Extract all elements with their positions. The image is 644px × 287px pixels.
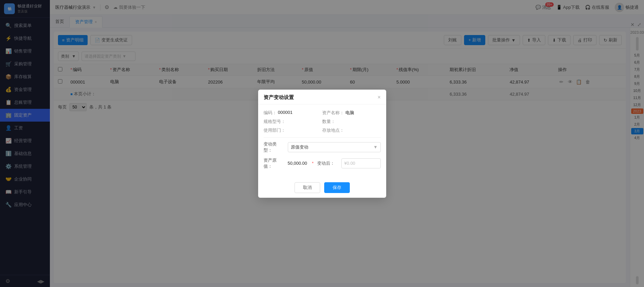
modal-location-field: 存放地点： bbox=[322, 127, 381, 133]
modal-info-grid: 编码： 000001 资产名称： 电脑 规格型号： 数量： 使用部门： bbox=[264, 110, 381, 133]
save-button[interactable]: 保存 bbox=[324, 182, 350, 193]
modal-department-field: 使用部门： bbox=[264, 127, 322, 133]
modal-header: 资产变动设置 × bbox=[258, 90, 386, 104]
change-type-select[interactable]: 原值变动 ▼ bbox=[288, 142, 381, 152]
modal-code-field: 编码： 000001 bbox=[264, 110, 322, 116]
cancel-button[interactable]: 取消 bbox=[295, 182, 320, 193]
required-mark: * bbox=[312, 161, 314, 166]
modal-overlay: 资产变动设置 × 编码： 000001 资产名称： 电脑 规格型号： 数 bbox=[0, 0, 644, 287]
modal-name-field: 资产名称： 电脑 bbox=[322, 110, 381, 116]
original-value-row: 资产原值： 50,000.00 * 变动后： ¥0.00 bbox=[264, 157, 381, 169]
asset-change-modal: 资产变动设置 × 编码： 000001 资产名称： 电脑 规格型号： 数 bbox=[258, 90, 386, 198]
modal-divider bbox=[264, 137, 381, 138]
modal-body: 编码： 000001 资产名称： 电脑 规格型号： 数量： 使用部门： bbox=[258, 104, 386, 179]
modal-title: 资产变动设置 bbox=[264, 94, 294, 101]
after-change-input[interactable]: ¥0.00 bbox=[341, 158, 381, 168]
modal-quantity-field: 数量： bbox=[322, 119, 381, 125]
change-type-row: 变动类型： 原值变动 ▼ bbox=[264, 141, 381, 153]
modal-close-button[interactable]: × bbox=[377, 94, 380, 100]
original-value-display: 50,000.00 bbox=[288, 161, 309, 166]
select-dropdown-icon: ▼ bbox=[373, 145, 378, 150]
modal-footer: 取消 保存 bbox=[258, 179, 386, 198]
modal-spec-field: 规格型号： bbox=[264, 119, 322, 125]
